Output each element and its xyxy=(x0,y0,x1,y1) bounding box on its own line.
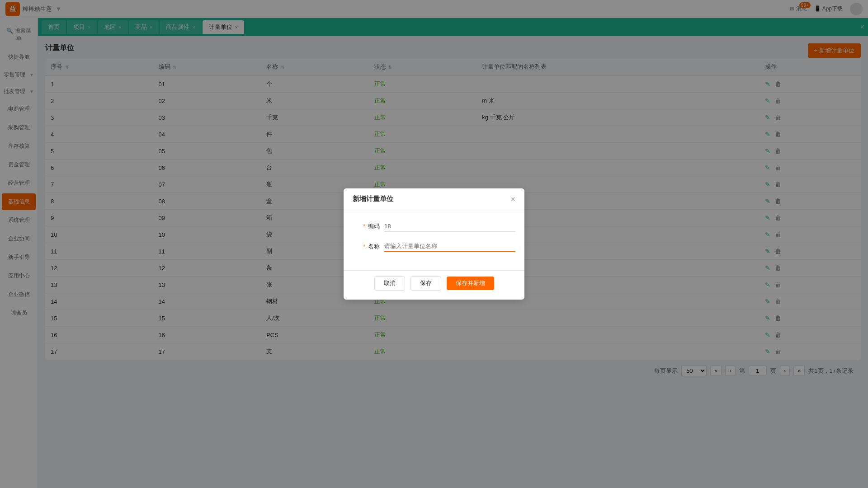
modal-overlay: 新增计量单位 × * 编码 * 名称 取消 保存 保存并新增 xyxy=(0,0,868,488)
code-input[interactable] xyxy=(384,221,515,232)
name-label-text: 名称 xyxy=(368,243,380,250)
required-star-name: * xyxy=(363,243,365,250)
modal-footer: 取消 保存 保存并新增 xyxy=(344,270,524,300)
modal-close-button[interactable]: × xyxy=(510,195,515,203)
name-input[interactable] xyxy=(384,241,515,252)
modal-body: * 编码 * 名称 xyxy=(344,210,524,270)
code-label-text: 编码 xyxy=(368,223,380,230)
modal-title: 新增计量单位 xyxy=(353,195,393,203)
code-form-row: * 编码 xyxy=(353,221,515,232)
code-label: * 编码 xyxy=(353,222,380,230)
name-label: * 名称 xyxy=(353,243,380,251)
add-unit-modal: 新增计量单位 × * 编码 * 名称 取消 保存 保存并新增 xyxy=(344,188,524,300)
required-star-code: * xyxy=(363,223,365,230)
save-and-new-button[interactable]: 保存并新增 xyxy=(447,277,494,290)
cancel-button[interactable]: 取消 xyxy=(374,276,405,291)
name-form-row: * 名称 xyxy=(353,241,515,252)
save-button[interactable]: 保存 xyxy=(410,276,441,291)
modal-header: 新增计量单位 × xyxy=(344,188,524,210)
